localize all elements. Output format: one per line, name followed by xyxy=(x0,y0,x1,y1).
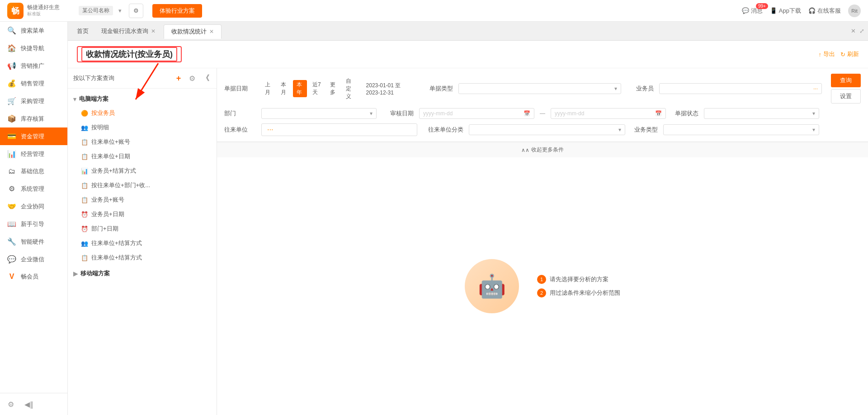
date-tab-this-year[interactable]: 本年 xyxy=(293,80,307,97)
logo-area: 畅 畅捷通好生意 标准版 xyxy=(7,3,75,19)
tree-item-dept-date[interactable]: ⏰ 部门+日期 xyxy=(68,222,217,236)
sidebar-item-search[interactable]: 🔍 搜索菜单 xyxy=(0,22,67,39)
search-icon: 🔍 xyxy=(7,26,16,35)
nav-path[interactable]: 某公司名称 xyxy=(79,6,113,15)
sidebar-item-enterprise[interactable]: 🤝 企业协同 xyxy=(0,198,67,215)
sidebar-item-quick-nav[interactable]: 🏠 快捷导航 xyxy=(0,39,67,57)
sidebar-settings-btn[interactable]: ⚙ xyxy=(4,397,18,411)
tree-group-desktop[interactable]: ▾ 电脑端方案 xyxy=(68,92,217,106)
sidebar-label-guide: 新手引导 xyxy=(21,220,44,228)
date-tab-this-month[interactable]: 本月 xyxy=(277,80,291,97)
query-btn[interactable]: 查询 xyxy=(831,74,861,87)
sidebar-label-operations: 经营管理 xyxy=(21,150,44,158)
doc-status-select[interactable]: ▾ xyxy=(704,108,819,119)
date-tab-last7days[interactable]: 近7天 xyxy=(309,80,325,97)
unit-settlement2-icon: 📋 xyxy=(80,255,89,261)
marketing-icon: 📢 xyxy=(7,61,16,70)
tree-item-unit-settlement2[interactable]: 📋 往来单位+结算方式 xyxy=(68,250,217,265)
panel-settings-btn[interactable]: ⚙ xyxy=(187,73,198,84)
edition-badge: 标准版 xyxy=(27,11,60,17)
tab-home[interactable]: 首页 xyxy=(71,24,94,38)
sidebar-item-finance[interactable]: 💳 资金管理 xyxy=(0,127,67,145)
headset-icon: 🎧 xyxy=(808,7,816,14)
salesperson-label: 业务员 xyxy=(627,85,654,93)
tree-item-unit-account[interactable]: 📋 往来单位+账号 xyxy=(68,135,217,149)
review-date-label: 审核日期 xyxy=(382,109,414,118)
tree-item-unit-date[interactable]: 📋 往来单位+日期 xyxy=(68,149,217,164)
sidebar-label-inventory: 库存核算 xyxy=(21,115,44,123)
review-date-end[interactable]: yyyy-mm-dd 📅 xyxy=(551,108,666,119)
messages-btn[interactable]: 💬 消息 99+ xyxy=(742,7,763,15)
online-service-btn[interactable]: 🎧 在线客服 xyxy=(808,7,841,15)
tree-item-by-salesperson[interactable]: 🟠 按业务员 xyxy=(68,106,217,120)
sidebar-item-member[interactable]: V 畅会员 xyxy=(0,268,67,285)
tree-item-salesperson-date[interactable]: ⏰ 业务员+日期 xyxy=(68,207,217,222)
doc-status-arrow-icon: ▾ xyxy=(812,110,815,117)
salesperson-select[interactable]: ··· xyxy=(659,83,822,94)
tree-group-mobile[interactable]: ▶ 移动端方案 xyxy=(68,267,217,280)
header-settings-btn[interactable]: ⚙ xyxy=(129,4,143,18)
review-date-start[interactable]: yyyy-mm-dd 📅 xyxy=(419,108,534,119)
panel-add-btn[interactable]: + xyxy=(173,73,184,84)
sidebar-item-sales[interactable]: 💰 销售管理 xyxy=(0,75,67,92)
settings-btn[interactable]: 设置 xyxy=(831,89,861,104)
filter-collapse-btn[interactable]: ∧∧ 收起更多条件 xyxy=(217,142,868,157)
doc-type-select[interactable]: ▾ xyxy=(458,83,621,94)
tree-item-salesperson-account[interactable]: 📋 业务员+账号 xyxy=(68,193,217,207)
panel-collapse-btn[interactable]: 《 xyxy=(200,73,211,84)
date-tab-more[interactable]: 更多 xyxy=(326,80,340,97)
salesperson-settlement-icon: 📊 xyxy=(80,168,89,174)
nav-dropdown-icon[interactable]: ▾ xyxy=(118,7,122,14)
sidebar-item-purchase[interactable]: 🛒 采购管理 xyxy=(0,92,67,110)
tab-bank-flow-close[interactable]: ✕ xyxy=(151,28,156,34)
refresh-btn[interactable]: ↻ 刷新 xyxy=(840,50,859,58)
sidebar-item-inventory[interactable]: 📦 库存核算 xyxy=(0,110,67,127)
tab-bank-flow[interactable]: 现金银行流水查询 ✕ xyxy=(94,24,163,38)
sidebar-item-guide[interactable]: 📖 新手引导 xyxy=(0,215,67,233)
date-tab-last-month[interactable]: 上月 xyxy=(261,80,275,97)
guide-icon: 📖 xyxy=(7,220,16,228)
sidebar-item-system[interactable]: ⚙ 系统管理 xyxy=(0,180,67,198)
tab-receipt-stats-close[interactable]: ✕ xyxy=(209,28,214,35)
tree-expand-icon: ▾ xyxy=(73,96,76,103)
window-maximize-btn[interactable]: ⤢ xyxy=(859,28,864,34)
export-icon: ↑ xyxy=(819,51,822,58)
sidebar-item-basic[interactable]: 🗂 基础信息 xyxy=(0,163,67,180)
sidebar-collapse-btn[interactable]: ◀‖ xyxy=(22,397,36,411)
sales-icon: 💰 xyxy=(7,79,16,88)
app-download-btn[interactable]: 📱 App下载 xyxy=(770,7,801,15)
tab-receipt-stats[interactable]: 收款情况统计 ✕ xyxy=(164,24,222,39)
user-avatar[interactable]: Rit xyxy=(848,5,861,17)
date-tab-custom[interactable]: 自定义 xyxy=(342,76,359,101)
tree-item-unit-dept-receipt[interactable]: 📋 按往来单位+部门+收... xyxy=(68,178,217,193)
empty-tip-1-text: 请先选择要分析的方案 xyxy=(550,275,609,283)
export-btn[interactable]: ↑ 导出 xyxy=(819,50,835,58)
partner-category-select[interactable]: ▾ xyxy=(469,124,625,135)
tree-item-by-detail[interactable]: 👥 按明细 xyxy=(68,120,217,135)
sidebar-item-marketing[interactable]: 📢 营销推广 xyxy=(0,57,67,75)
sidebar-item-wechat[interactable]: 💬 企业微信 xyxy=(0,250,67,268)
biz-type-select[interactable]: ▾ xyxy=(663,124,819,135)
tree-group-mobile-label: 移动端方案 xyxy=(80,269,110,278)
tree-item-unit-date-label: 往来单位+日期 xyxy=(91,152,130,160)
partner-select[interactable]: ··· xyxy=(261,123,417,136)
doc-type-label: 单据类型 xyxy=(421,85,453,93)
tree-item-salesperson-settlement[interactable]: 📊 业务员+结算方式 xyxy=(68,164,217,178)
sidebar-item-operations[interactable]: 📊 经营管理 xyxy=(0,145,67,163)
main-wrapper: 首页 现金银行流水查询 ✕ 收款情况统计 ✕ ✕ ⤢ 收款情况统计(按业务员) … xyxy=(68,22,868,415)
tree-item-unit-settlement1[interactable]: 👥 往来单位+结算方式 xyxy=(68,236,217,250)
inventory-icon: 📦 xyxy=(7,114,16,123)
right-action-btns: 查询 设置 xyxy=(831,74,861,104)
biz-type-arrow-icon: ▾ xyxy=(812,127,815,133)
logo-subtitle: 畅捷通好生意 xyxy=(27,4,60,11)
sidebar-item-hardware[interactable]: 🔧 智能硬件 xyxy=(0,233,67,250)
sidebar-label-basic: 基础信息 xyxy=(21,167,44,175)
refresh-icon: ↻ xyxy=(840,51,845,58)
trial-button[interactable]: 体验行业方案 xyxy=(152,4,202,18)
window-close-btn[interactable]: ✕ xyxy=(851,28,856,34)
header-right: 💬 消息 99+ 📱 App下载 🎧 在线客服 Rit xyxy=(742,5,861,17)
dept-select[interactable]: ▾ xyxy=(261,108,377,119)
partner-more-icon[interactable]: ··· xyxy=(267,126,273,134)
collapse-label: 收起更多条件 xyxy=(531,146,564,154)
sidebar-label-marketing: 营销推广 xyxy=(21,62,44,70)
